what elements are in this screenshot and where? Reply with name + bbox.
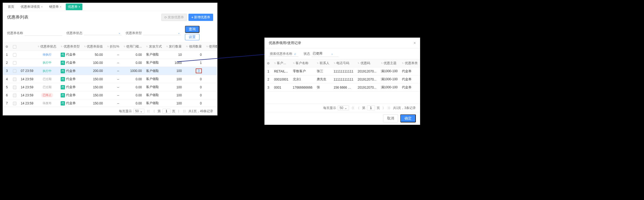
pager: 每页显示 50⌄ ⟨⟨ ⟨ 第 页 ⟩ ⟩⟩ 共1页，49条记录 [3, 107, 217, 115]
close-icon[interactable]: × [60, 5, 61, 8]
cancel-button[interactable]: 取消 [383, 114, 398, 122]
voucher-icon: 代 [61, 93, 65, 97]
table-row[interactable]: 3 07 23:59 执行中 代代金券 200.00 -- 1000.00 客户… [3, 67, 217, 75]
issue-mode: 客户领取 [144, 83, 164, 91]
table-row[interactable]: 7 14 23:59 待发布 代代金券 150.00 -- 0.00 客户领取 … [3, 99, 217, 107]
search-input[interactable] [269, 51, 298, 57]
checkbox-all[interactable] [13, 45, 16, 49]
table-row[interactable]: 2 00010001 北京1 唐先生 11111111111 201912070… [265, 75, 420, 83]
col-code[interactable]: ⇅ 优惠码 [355, 59, 379, 67]
discount: -- [105, 51, 121, 59]
per-page-select[interactable]: 50⌄ [133, 109, 144, 114]
claim-qty[interactable]: 0 [184, 51, 204, 59]
claim-qty[interactable]: 0 [184, 99, 204, 107]
col-contact[interactable]: ⇅ 联系人 [315, 59, 331, 67]
tab-detail[interactable]: 优惠券详情页× [19, 3, 45, 10]
search-icon[interactable]: ⌕ [294, 52, 296, 56]
modal-pager: 每页显示 50⌄ ⟨⟨ ⟨ 第 页 ⟩ ⟩⟩ 共1页，3条记录 [265, 104, 420, 112]
col-issue-mode[interactable]: ⇅ 发放方式 [144, 43, 164, 51]
sort-icon: ⇅ [206, 46, 208, 48]
state-select[interactable]: 已使用⌄ [312, 50, 339, 57]
claim-qty[interactable]: 0 [184, 83, 204, 91]
col-issue-qty[interactable]: ⇅ 发行数量 [164, 43, 184, 51]
coupon-code: 201912070... [355, 75, 379, 83]
add-coupon-button[interactable]: +新增优惠券 [188, 14, 213, 21]
row-checkbox[interactable] [13, 69, 16, 73]
col-discount[interactable]: ⇅ 折扣% [105, 43, 121, 51]
close-icon[interactable]: × [414, 41, 416, 45]
threshold: 0.00 [121, 99, 144, 107]
col-phone[interactable]: ⇅ 电话号码 [332, 59, 356, 67]
coupon-name-input[interactable] [25, 31, 62, 36]
col-claim-qty[interactable]: ⇅ 领用数量 [184, 43, 204, 51]
prev-page-icon[interactable]: ⟨ [152, 109, 156, 113]
row-checkbox[interactable] [13, 53, 16, 57]
col-cust[interactable]: ⇅ 客户... [272, 59, 291, 67]
claim-qty-highlight[interactable]: 3 [196, 68, 202, 73]
gear-icon[interactable]: ⚙ [267, 61, 270, 65]
table-row[interactable]: 3 0001 17666666666 张 156 6666 … 20191207… [265, 83, 420, 92]
claim-qty[interactable]: 1 [184, 59, 204, 67]
search-button[interactable]: 查询 [185, 26, 199, 33]
col-type[interactable]: ⇅ 优惠券类型 [59, 43, 82, 51]
coupon-type: 代代金券 [59, 99, 82, 107]
tab-coupon[interactable]: 优惠券× [66, 3, 82, 10]
issue-coupon-button[interactable]: ⟳发放优惠券 [161, 14, 187, 21]
prev-page-icon[interactable]: ⟨ [357, 106, 361, 110]
row-num: 2 [265, 75, 272, 83]
tab-home[interactable]: 首页 [6, 3, 16, 10]
row-time: 14 23:59 [19, 91, 35, 99]
chevron-down-icon: ⌄ [118, 31, 121, 34]
col-status[interactable]: ⇅ 优惠券状态 [35, 43, 59, 51]
table-row[interactable]: 4 14 23:59 已过期 代代金券 150.00 -- 0.00 客户领取 … [3, 75, 217, 83]
page-input[interactable] [162, 109, 170, 114]
voucher-icon: 代 [61, 61, 65, 65]
claim-qty[interactable]: 3 [184, 67, 204, 75]
col-use-qty[interactable]: ⇅ 使用数量 [204, 43, 217, 51]
claim-qty[interactable]: 0 [184, 75, 204, 83]
ok-button[interactable]: 确定 [400, 114, 416, 122]
close-icon[interactable]: × [79, 5, 80, 8]
status-badge: 待发布 [41, 101, 53, 106]
tab-sales-label: 销货单 [49, 5, 59, 9]
status-select[interactable]: ⌄ [84, 31, 122, 35]
modal-filter: ⌕ 状态 已使用⌄ [265, 48, 420, 59]
table-row[interactable]: 1 RETAIL... 零散客户 张三 11111111111 20191207… [265, 67, 420, 75]
col-face[interactable]: ⇅ 优惠券面值 [82, 43, 105, 51]
add-coupon-label: 新增优惠券 [194, 15, 210, 20]
last-page-icon[interactable]: ⟩⟩ [182, 109, 187, 113]
table-row[interactable]: 5 14 23:59 已过期 代代金券 150.00 -- 0.00 客户领取 … [3, 83, 217, 91]
tab-sales[interactable]: 销货单× [47, 3, 64, 10]
col-ctype[interactable]: ⇅ 优惠券类 [400, 59, 420, 67]
row-time: 14 23:59 [19, 99, 35, 107]
first-page-icon[interactable]: ⟨⟨ [351, 106, 355, 110]
next-page-icon[interactable]: ⟩ [381, 106, 385, 110]
table-row[interactable]: 2 执行中 代代金券 100.00 -- 0.00 客户领取 1000 1 0 … [3, 59, 217, 67]
last-page-icon[interactable]: ⟩⟩ [387, 106, 391, 110]
row-checkbox [13, 94, 16, 97]
tabs: 首页 优惠券详情页× 销货单× 优惠券× [3, 3, 217, 11]
row-checkbox[interactable] [13, 61, 16, 65]
first-page-icon[interactable]: ⟨⟨ [146, 109, 151, 113]
col-threshold[interactable]: ⇅ 使用门槛... [121, 43, 144, 51]
sort-icon: ⇅ [107, 46, 109, 48]
gear-icon[interactable]: ⚙ [5, 45, 8, 49]
table-row[interactable]: 1 待执行 代代金券 50.00 -- 0.00 客户领取 10 0 0 ↗ ▦ [3, 51, 217, 59]
search-wrap: ⌕ [269, 51, 298, 57]
modal-title: 优惠券领用/使用记录 [269, 41, 301, 45]
col-sub[interactable]: ⇅ 优惠主题 [379, 59, 400, 67]
threshold: 0.00 [121, 75, 144, 83]
discount: -- [105, 59, 121, 67]
close-icon[interactable]: × [41, 5, 43, 8]
status-badge: 已过期 [41, 77, 53, 81]
next-page-icon[interactable]: ⟩ [177, 109, 180, 113]
settings-button[interactable]: 设置 [185, 34, 199, 40]
per-page-select[interactable]: 50⌄ [338, 106, 349, 110]
face-value: 150.00 [82, 75, 105, 83]
type-select[interactable]: ⌄ [143, 31, 181, 35]
col-cname[interactable]: ⇅ 客户名称 [291, 59, 315, 67]
table-header: ⚙ ⇅ 优惠券状态 ⇅ 优惠券类型 ⇅ 优惠券面值 ⇅ 折扣% ⇅ 使用门槛..… [3, 43, 217, 51]
page-input[interactable] [367, 106, 375, 110]
table-row[interactable]: 6 14 23:59 已终止 代代金券 150.00 -- 0.00 客户领取 … [3, 91, 217, 99]
claim-qty[interactable]: 0 [184, 91, 204, 99]
